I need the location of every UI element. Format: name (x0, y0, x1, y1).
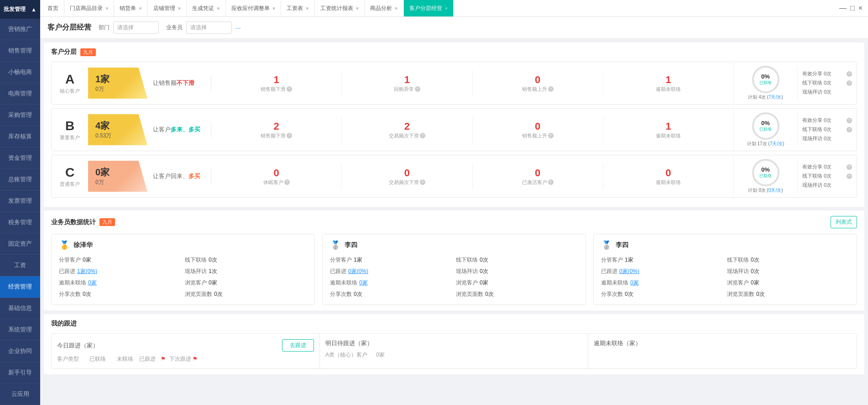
tab-maximize-icon[interactable]: □ (850, 4, 855, 12)
sidebar-item-xiaochangdianshang[interactable]: 小畅电商 (0, 62, 40, 83)
sidebar-item-gudingzichan[interactable]: 固定资产 (0, 233, 40, 255)
tab-kehu[interactable]: 客户分层经营 × (404, 0, 454, 16)
stat-b-1[interactable]: 2 销售额下滑 ? (211, 117, 342, 143)
close-shangpin-icon[interactable]: × (395, 5, 397, 11)
stat-c-1[interactable]: 0 休眠客户 ? (211, 163, 342, 189)
sidebar-collapse-icon[interactable]: ▲ (31, 6, 37, 13)
sidebar-title: 批发管理 (4, 5, 26, 13)
stat-a-4[interactable]: 1 逾期未联络 (603, 70, 733, 96)
info-icon-b1[interactable]: ? (287, 133, 292, 138)
tier-c-contact: 0% 已联络 计划 0次 (0天/次) (733, 155, 797, 197)
close-gongzitongji-icon[interactable]: × (356, 5, 359, 11)
tab-pingzheng[interactable]: 生成凭证 × (187, 0, 225, 16)
close-xiaohuo-icon[interactable]: × (139, 5, 141, 11)
goto-followup-button[interactable]: 去跟进 (282, 339, 314, 352)
stat-c-2[interactable]: 0 交易频次下滑 ? (342, 163, 472, 189)
sidebar-item-dianshang[interactable]: 电商管理 (0, 83, 40, 105)
sidebar-item-yingxiao[interactable]: 营销推广 (0, 19, 40, 40)
followup-col-overdue: 逾期未联络（家） (588, 334, 857, 368)
tab-gongzitongji[interactable]: 工资统计报表 × (315, 0, 365, 16)
sidebar-item-kucun[interactable]: 库存核算 (0, 126, 40, 147)
sidebar-header[interactable]: 批发管理 ▲ (0, 0, 40, 19)
info-icon-b3[interactable]: ? (548, 133, 554, 138)
info-icon-a3[interactable]: ? (548, 86, 554, 92)
sidebar-item-caigou[interactable]: 采购管理 (0, 105, 40, 126)
biz-stat-2-4: 逾期未联络0家 (601, 278, 723, 288)
tier-b-stats: 2 销售额下滑 ? 2 交易频次下滑 ? 0 销售额上升 ? 1 逾期未联络 (211, 117, 733, 143)
tab-minimize-icon[interactable]: — (839, 4, 847, 12)
close-yingshou-icon[interactable]: × (272, 5, 275, 11)
main-area: 首页 门店商品目录 × 销货单 × 店铺管理 × 生成凭证 × 应收应付调整单 … (40, 0, 868, 405)
list-style-button[interactable]: 列表式 (831, 216, 857, 228)
followup-grid: 今日跟进（家） 去跟进 客户类型 已联络 未联络 已跟进 ⚑ 下次跟进 ⚑ 明日… (51, 333, 857, 369)
biz-stat-2-7: 浏览页面数0次 (727, 289, 849, 299)
stat-c-4[interactable]: 0 逾期未联络 (603, 163, 733, 189)
info-icon-ar1[interactable]: ? (847, 71, 852, 77)
more-filter-icon[interactable]: ··· (235, 24, 241, 32)
sidebar-item-xiaoshou[interactable]: 销售管理 (0, 40, 40, 62)
tab-actions: — □ × (836, 4, 866, 12)
close-dianpu-icon[interactable]: × (178, 5, 181, 11)
sidebar-item-zongzhang[interactable]: 总账管理 (0, 169, 40, 190)
tab-mendian[interactable]: 门店商品目录 × (64, 0, 114, 16)
stat-a-1[interactable]: 1 销售额下滑 ? (211, 70, 342, 96)
sales-select[interactable]: 请选择 (186, 21, 232, 34)
info-icon-a2[interactable]: ? (415, 86, 420, 92)
info-icon-cr2[interactable]: ? (847, 174, 852, 179)
tab-xiaohuo[interactable]: 销货单 × (114, 0, 147, 16)
sidebar-item-fapiao[interactable]: 发票管理 (0, 190, 40, 212)
info-icon-br2[interactable]: ? (847, 127, 852, 132)
sidebar-item-qiye[interactable]: 企业协同 (0, 341, 40, 362)
followup-title: 我的跟进 (51, 320, 77, 328)
sidebar-item-gongzi[interactable]: 工资 (0, 255, 40, 276)
tab-gongzi[interactable]: 工资表 × (281, 0, 314, 16)
stat-b-2[interactable]: 2 交易频次下滑 ? (342, 117, 472, 143)
close-pingzheng-icon[interactable]: × (217, 5, 220, 11)
info-icon-cr1[interactable]: ? (847, 164, 852, 170)
sidebar-item-xitong[interactable]: 系统管理 (0, 319, 40, 341)
sidebar-item-shuiwu[interactable]: 税务管理 (0, 212, 40, 233)
dept-select[interactable]: 请选择 (113, 21, 159, 34)
info-icon-c1[interactable]: ? (284, 179, 290, 185)
sidebar-item-xinshou[interactable]: 新手引导 (0, 362, 40, 384)
tier-c-count-block: 0家 0万 (88, 161, 147, 192)
stat-a-3[interactable]: 0 销售额上升 ? (473, 70, 603, 96)
medal-2-icon: 🥈 (601, 240, 612, 251)
followup-today-row: 客户类型 已联络 未联络 已跟进 ⚑ 下次跟进 ⚑ (57, 355, 314, 363)
close-kehu-icon[interactable]: × (445, 5, 448, 11)
close-gongzi-icon[interactable]: × (306, 5, 309, 11)
tier-a-circle: 0% 已联络 (752, 66, 779, 93)
contact-plan-b-link[interactable]: 7天/次 (770, 141, 783, 146)
tab-close-icon[interactable]: × (858, 4, 863, 12)
biz-stat-1-2: 已跟进0家(0%) (330, 267, 452, 276)
info-icon-c2[interactable]: ? (420, 179, 425, 185)
biz-stat-0-4: 逾期未联络0家 (59, 278, 181, 288)
sidebar-item-jingying[interactable]: 经营管理 (0, 276, 40, 298)
tier-section-header: 客户分层 九月 (51, 48, 857, 56)
sidebar-item-jichu[interactable]: 基础信息 (0, 298, 40, 319)
biz-stat-0-0: 分管客户0家 (59, 255, 181, 265)
info-icon-a1[interactable]: ? (287, 86, 292, 92)
close-mendian-icon[interactable]: × (105, 5, 108, 11)
customer-tier-section: 客户分层 九月 A 核心客户 1家 0万 让销售额不下滑 (44, 42, 864, 207)
info-icon-b2[interactable]: ? (420, 133, 425, 138)
tier-a-stats: 1 销售额下滑 ? 1 回购异常 ? 0 销售额上升 ? 1 逾期未联络 (211, 70, 733, 96)
stat-b-4[interactable]: 1 逾期未联络 (603, 117, 733, 143)
tab-home[interactable]: 首页 (42, 0, 64, 16)
tab-dianpu[interactable]: 店铺管理 × (148, 0, 187, 16)
info-icon-ar2[interactable]: ? (847, 80, 852, 86)
sidebar-item-yunyingyong[interactable]: 云应用 (0, 384, 40, 405)
info-icon-c3[interactable]: ? (548, 179, 554, 185)
contact-plan-a-link[interactable]: 7天/次 (769, 95, 781, 100)
sidebar-item-zijin[interactable]: 资金管理 (0, 147, 40, 169)
info-icon-br1[interactable]: ? (847, 118, 852, 123)
biz-stat-0-3: 现场拜访1次 (185, 267, 307, 276)
stat-a-2[interactable]: 1 回购异常 ? (342, 70, 472, 96)
stat-c-3[interactable]: 0 已激活客户 ? (473, 163, 603, 189)
tab-shangpin[interactable]: 商品分析 × (365, 0, 403, 16)
biz-section-title: 业务员数据统计 (51, 218, 96, 226)
tier-row-c: C 普通客户 0家 0万 让客户回来、多买 0 休眠客户 ? (51, 155, 857, 198)
stat-b-3[interactable]: 0 销售额上升 ? (473, 117, 603, 143)
tab-yingshou[interactable]: 应收应付调整单 × (226, 0, 281, 16)
contact-plan-c-link[interactable]: 0天/次 (769, 188, 781, 193)
